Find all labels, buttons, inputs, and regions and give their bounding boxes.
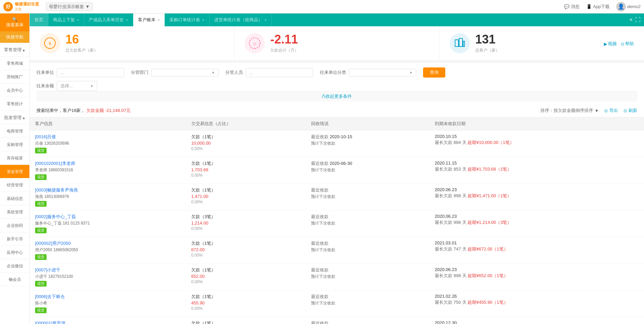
customer-name-link[interactable]: [0002]服务中心_丁磊 (35, 214, 180, 220)
sort-select[interactable]: 排序：按欠款金额倒序排序 ▼ (540, 108, 599, 114)
cell-debt-info: 欠款（3笔） 1,214.00 0.00% (186, 210, 306, 237)
sidebar-item-basic[interactable]: 基础信息 (0, 192, 29, 205)
debt-amount-number: -2.11 (270, 33, 299, 46)
tab-product-shelf[interactable]: 商品上下架 × (48, 13, 84, 26)
cell-due-date: 2020.06.23 最长欠款 998 天 超期¥652.00（1笔） (429, 264, 644, 290)
sidebar-item-system[interactable]: 系统管理 (0, 205, 29, 219)
cell-due-date: 2020.12.30 最长欠款 808 天 超期¥429.00（1笔） (429, 317, 644, 324)
sidebar-item-finance[interactable]: 资金管理 (0, 165, 29, 178)
search-button[interactable]: 查询 (423, 67, 445, 78)
sidebar-item-inventory[interactable]: 库存核算 (0, 151, 29, 165)
collapse-label: 收起更多条件 (326, 93, 352, 99)
download-icon: 📱 (586, 4, 592, 9)
tab-customer-account-close[interactable]: × (158, 18, 160, 22)
debt-amount[interactable]: 672.00 (191, 247, 300, 252)
result-info: 搜索结果中，客户16家， 欠款金额 -21,148.07元 (36, 108, 131, 114)
debt-amount[interactable]: 10,000.00 (191, 141, 300, 146)
svg-rect-4 (455, 40, 458, 47)
customer-phone: 小进千 18279152100 (35, 274, 180, 279)
message-button[interactable]: 💬 消息 (564, 4, 580, 10)
tab-product-history-close[interactable]: × (126, 18, 128, 22)
expand-icon-wholesale: ▲ (22, 116, 26, 120)
cell-customer-info: [0007]小进千 小进千 18279152100 现货 (30, 264, 186, 290)
debt-amount[interactable]: 455.90 (191, 300, 300, 305)
last-collection: 最近收款 (311, 294, 424, 300)
tab-product-history[interactable]: 产成品入库单历史 × (84, 13, 133, 26)
close-all-tabs-button[interactable]: × (629, 17, 633, 23)
customer-name-link[interactable]: [000002]用户2050 (35, 240, 180, 246)
overdue-link[interactable]: 超期¥1,703.68（1笔） (468, 167, 511, 172)
last-collection: 最近收款 (311, 267, 424, 273)
balance-select[interactable]: 选择... ▼ (57, 81, 97, 91)
help-button[interactable]: ⊙ 帮助 (621, 41, 634, 47)
sidebar-item-purchase[interactable]: 采购管理 (0, 138, 29, 151)
sidebar-item-wholesale-mgmt[interactable]: 批发管理 ▲ (0, 111, 29, 124)
customer-name-link[interactable]: [0001020001]李老师 (35, 160, 180, 167)
sidebar-item-retail-stats[interactable]: 零售统计 (0, 97, 29, 111)
col-collection: 回收情况 (306, 117, 429, 130)
overdue-link[interactable]: 超期¥1,471.00（1笔） (468, 193, 511, 198)
debt-amount[interactable]: 652.00 (191, 274, 300, 279)
result-summary: 搜索结果中，客户16家 (36, 108, 81, 113)
maximize-button[interactable]: ⛶ (635, 17, 641, 23)
debt-count: 欠款（3笔） (191, 214, 300, 220)
company-selector[interactable]: 母婴行业演示账套 ▼ (46, 2, 93, 11)
sidebar-item-ecommerce[interactable]: 电商管理 (0, 124, 29, 138)
person-input[interactable]: ... (246, 68, 313, 77)
unit-category-label: 往来单位分类 (320, 69, 346, 76)
filter-unit-category: 往来单位分类 ▼ (320, 69, 416, 77)
tab-home[interactable]: 首页 (30, 13, 48, 26)
sidebar-item-apps[interactable]: 应用中心 (0, 246, 29, 259)
customer-name-link[interactable]: [0003]畅捷服务尹海燕 (35, 187, 180, 193)
stat-debt-customers: ¥ 16 总欠款客户（家） (30, 26, 234, 60)
sidebar-item-corp[interactable]: 企业协同 (0, 219, 29, 232)
dept-select[interactable]: ▼ (151, 69, 219, 77)
debt-amount[interactable]: 1,703.68 (191, 167, 300, 172)
sidebar-item-marketing[interactable]: 营销推广 (0, 70, 29, 84)
unit-category-select[interactable]: ▼ (349, 69, 416, 77)
customer-name-link[interactable]: [0006]去下粮仓 (35, 294, 180, 300)
debt-amount[interactable]: 1,471.00 (191, 194, 300, 199)
search-menu[interactable]: 🔍 搜索菜单 (0, 13, 29, 31)
tab-bar: 首页 商品上下架 × 产成品入库单历史 × 客户账本 × 采购订单统计表 × (30, 13, 644, 26)
overdue-link[interactable]: 超期¥1,214.00（3笔） (468, 220, 511, 225)
sidebar-item-operation[interactable]: 经营管理 (0, 178, 29, 192)
from-unit-input[interactable]: ... (57, 68, 124, 77)
overdue-link[interactable]: 超期¥652.00（1笔） (468, 273, 508, 278)
tab-purchase-order[interactable]: 采购订单统计表 × (165, 13, 209, 26)
sidebar-item-retail-mall[interactable]: 零售商城 (0, 57, 29, 70)
svg-text:◇: ◇ (253, 41, 256, 46)
tab-purchase-order-close[interactable]: × (202, 18, 204, 22)
sidebar-item-guide[interactable]: 新手引导 (0, 232, 29, 246)
refresh-button[interactable]: ⊙ 刷新 (623, 108, 637, 114)
tab-customer-account-label: 客户账本 (138, 17, 156, 23)
tab-purchase-stats[interactable]: 进货单统计表（按商品） × (209, 13, 272, 26)
tab-purchase-stats-close[interactable]: × (264, 18, 267, 22)
sidebar-item-retail-mgmt[interactable]: 零售管理 ▲ (0, 43, 29, 57)
debt-percent: 0.00% (191, 279, 300, 284)
cell-due-date: 2021.03.01 最长欠款 747 天 超期¥672.00（1笔） (429, 237, 644, 264)
overdue-link[interactable]: 超期¥10,000.00（1笔） (468, 140, 514, 145)
overdue-link[interactable]: 超期¥672.00（1笔） (468, 246, 508, 252)
user-menu[interactable]: 👤 demo2 (616, 2, 641, 11)
view-video-button[interactable]: ▶ 视频 (604, 41, 617, 47)
collapse-row[interactable]: ⋀ 收起更多条件 (36, 91, 637, 101)
customer-name-link[interactable]: [0016]吕俊 (35, 134, 180, 140)
sidebar-item-member[interactable]: 会员中心 (0, 84, 29, 97)
export-button[interactable]: ⊙ 导出 (604, 108, 618, 114)
debt-count: 欠款（1笔） (191, 134, 300, 140)
overdue-info: 最长欠款 998 天 超期¥1,214.00（3笔） (435, 219, 639, 226)
overdue-link[interactable]: 超期¥455.90（1笔） (468, 300, 508, 305)
quick-nav[interactable]: 快捷导航 (0, 31, 29, 43)
sidebar-item-vip[interactable]: 畅会员 (0, 273, 29, 286)
customer-name-link[interactable]: [000001]黄思源 (35, 320, 180, 324)
debt-amount[interactable]: 1,214.00 (191, 220, 300, 226)
sidebar-item-wechat[interactable]: 企业微信 (0, 259, 29, 273)
app-download-button[interactable]: 📱 App下载 (586, 4, 610, 10)
unit-category-chevron-icon: ▼ (409, 71, 413, 75)
tab-product-shelf-close[interactable]: × (77, 18, 79, 22)
customer-name-link[interactable]: [0007]小进千 (35, 267, 180, 273)
filter-from-unit: 往来单位 ... (36, 68, 124, 77)
logo-area: 好 畅捷通好生意 示意 (3, 1, 39, 12)
tab-customer-account[interactable]: 客户账本 × (133, 13, 165, 26)
